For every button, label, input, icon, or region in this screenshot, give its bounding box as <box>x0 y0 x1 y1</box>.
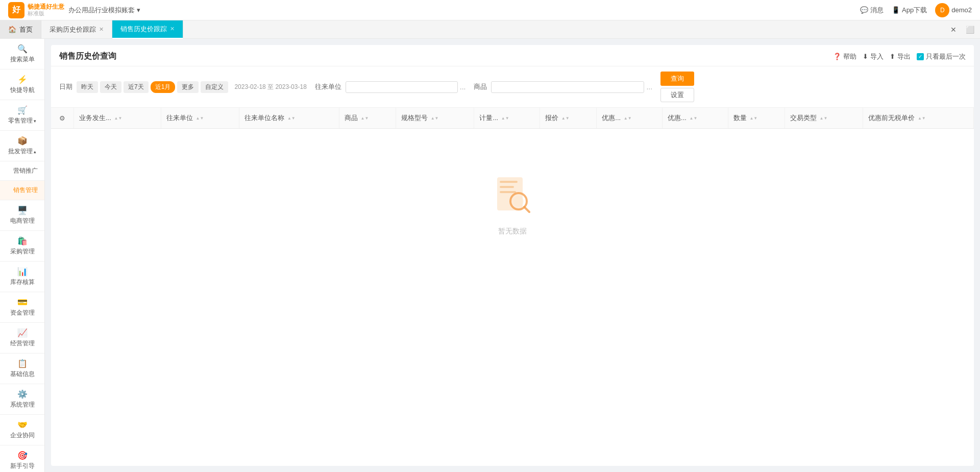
logo-area: 好 畅捷通好生意 标准版 <box>8 2 64 18</box>
message-button[interactable]: 💬 消息 <box>860 6 884 15</box>
svg-line-5 <box>524 207 529 212</box>
empty-state-text: 暂无数据 <box>498 227 527 236</box>
guide-icon: 🎯 <box>17 451 28 460</box>
window-close-button[interactable]: ✕ <box>947 23 960 36</box>
content-area: 销售历史价查询 ❓ 帮助 ⬇ 导入 ⬆ 导出 ✓ <box>45 39 980 472</box>
partner-lookup-button[interactable]: ... <box>460 83 466 91</box>
sidebar-item-marketing[interactable]: 营销推广 <box>0 161 44 181</box>
export-button[interactable]: ⬆ 导出 <box>890 52 911 61</box>
tab-purchase-history-close[interactable]: ✕ <box>99 26 104 33</box>
home-icon: 🏠 <box>8 26 16 33</box>
sidebar-item-operations[interactable]: 📈 经营管理 <box>0 323 44 353</box>
checkbox-icon: ✓ <box>917 53 924 60</box>
partner-input[interactable] <box>346 81 458 93</box>
chevron-down-icon: ▾ <box>137 6 140 14</box>
data-table: ⚙ 业务发生... ▲▼ 往来单位 ▲▼ 往来单位名称 <box>51 108 974 129</box>
sidebar-item-guide[interactable]: 🎯 新手引导 <box>0 445 44 472</box>
sidebar-item-retail[interactable]: 🛒 零售管理 ▾ <box>0 100 44 131</box>
table-header-pre-discount-price: 优惠前无税单价 ▲▼ <box>863 108 974 129</box>
page-header: 销售历史价查询 ❓ 帮助 ⬇ 导入 ⬆ 导出 ✓ <box>51 45 974 66</box>
product-input-wrap: ... <box>491 81 652 93</box>
app-selector[interactable]: 办公用品行业模拟账套 ▾ <box>68 6 140 15</box>
sort-icon[interactable]: ▲▼ <box>820 116 828 121</box>
date-btn-today[interactable]: 今天 <box>100 81 121 93</box>
date-buttons: 昨天 今天 近7天 近1月 更多 自定义 <box>77 81 228 93</box>
date-btn-yesterday[interactable]: 昨天 <box>77 81 98 93</box>
sidebar-item-ecommerce[interactable]: 🖥️ 电商管理 <box>0 200 44 231</box>
table-area: ⚙ 业务发生... ▲▼ 往来单位 ▲▼ 往来单位名称 <box>51 108 974 466</box>
sidebar-item-purchase[interactable]: 🛍️ 采购管理 <box>0 231 44 262</box>
sort-icon[interactable]: ▲▼ <box>361 116 369 121</box>
table-header-quoted-price: 报价 ▲▼ <box>540 108 597 129</box>
partner-input-wrap: ... <box>346 81 466 93</box>
sort-icon[interactable]: ▲▼ <box>431 116 439 121</box>
sort-icon[interactable]: ▲▼ <box>287 116 296 121</box>
empty-state-icon <box>487 170 538 221</box>
sidebar-item-finance[interactable]: 💳 资金管理 <box>0 292 44 323</box>
sort-icon[interactable]: ▲▼ <box>196 116 204 121</box>
date-btn-more[interactable]: 更多 <box>177 81 199 93</box>
top-right: 💬 消息 📱 App下载 D demo2 <box>860 3 972 17</box>
app-download-button[interactable]: 📱 App下载 <box>892 6 927 15</box>
sidebar-item-enterprise[interactable]: 🤝 企业协同 <box>0 415 44 445</box>
help-button[interactable]: ❓ 帮助 <box>833 52 856 61</box>
sidebar-item-sales-mgmt[interactable]: 销售管理 <box>0 181 44 200</box>
sort-icon[interactable]: ▲▼ <box>624 116 632 121</box>
sidebar-item-wholesale[interactable]: 📦 批发管理 ▴ <box>0 131 44 161</box>
product-label: 商品 <box>474 82 487 91</box>
table-header-spec: 规格型号 ▲▼ <box>396 108 474 129</box>
svg-point-6 <box>513 196 524 206</box>
date-btn-7days[interactable]: 近7天 <box>124 81 149 93</box>
column-settings-button[interactable]: ⚙ <box>56 112 68 124</box>
sort-icon[interactable]: ▲▼ <box>689 116 697 121</box>
action-buttons: 查询 设置 <box>660 72 694 102</box>
ecommerce-icon: 🖥️ <box>17 205 28 215</box>
sidebar-item-inventory[interactable]: 📊 库存核算 <box>0 262 44 292</box>
table-header-unit: 计量... ▲▼ <box>474 108 540 129</box>
user-menu[interactable]: D demo2 <box>935 3 972 17</box>
table-header-trade-type: 交易类型 ▲▼ <box>785 108 863 129</box>
finance-icon: 💳 <box>17 297 28 307</box>
top-left: 好 畅捷通好生意 标准版 办公用品行业模拟账套 ▾ <box>8 2 140 18</box>
query-button[interactable]: 查询 <box>660 72 694 86</box>
tab-purchase-history[interactable]: 采购历史价跟踪 ✕ <box>41 20 112 39</box>
window-maximize-button[interactable]: ⬜ <box>964 23 976 36</box>
inventory-icon: 📊 <box>17 267 28 276</box>
svg-rect-3 <box>500 191 516 193</box>
sidebar-item-system[interactable]: ⚙️ 系统管理 <box>0 384 44 415</box>
import-button[interactable]: ⬇ 导入 <box>863 52 884 61</box>
table-header-biz-date: 业务发生... ▲▼ <box>74 108 161 129</box>
page-actions: ❓ 帮助 ⬇ 导入 ⬆ 导出 ✓ 只看最后一次 <box>833 52 966 61</box>
setting-button[interactable]: 设置 <box>660 88 694 102</box>
help-icon: ❓ <box>833 53 841 60</box>
page-title: 销售历史价查询 <box>59 51 116 62</box>
sidebar-item-search[interactable]: 🔍 搜索菜单 <box>0 39 44 69</box>
sort-icon[interactable]: ▲▼ <box>918 116 926 121</box>
table-header-product: 商品 ▲▼ <box>339 108 396 129</box>
empty-state: 暂无数据 <box>51 129 974 277</box>
avatar: D <box>935 3 949 17</box>
sort-icon[interactable]: ▲▼ <box>749 116 757 121</box>
product-lookup-button[interactable]: ... <box>646 83 652 91</box>
table-header-discount1: 优惠... ▲▼ <box>597 108 663 129</box>
product-input[interactable] <box>491 81 644 93</box>
enterprise-icon: 🤝 <box>17 420 28 430</box>
sort-icon[interactable]: ▲▼ <box>501 116 509 121</box>
table-header-discount2: 优惠... ▲▼ <box>663 108 728 129</box>
date-btn-custom[interactable]: 自定义 <box>201 81 228 93</box>
sort-icon[interactable]: ▲▼ <box>114 116 122 121</box>
tab-window-actions: ✕ ⬜ <box>947 23 980 36</box>
tab-bar: 🏠 首页 采购历史价跟踪 ✕ 销售历史价跟踪 ✕ ✕ ⬜ <box>0 20 980 39</box>
tab-home[interactable]: 🏠 首页 <box>0 20 41 39</box>
table-header: ⚙ 业务发生... ▲▼ 往来单位 ▲▼ 往来单位名称 <box>51 108 974 129</box>
date-btn-1month[interactable]: 近1月 <box>151 81 176 93</box>
tab-sales-history-close[interactable]: ✕ <box>170 26 175 32</box>
filter-row: 日期 昨天 今天 近7天 近1月 更多 自定义 2023-02-18 至 202… <box>51 66 974 108</box>
partner-filter-group: 往来单位 ... <box>315 81 466 93</box>
page-container: 销售历史价查询 ❓ 帮助 ⬇ 导入 ⬆ 导出 ✓ <box>51 45 974 466</box>
sidebar-item-shortcut[interactable]: ⚡ 快捷导航 <box>0 69 44 100</box>
last-only-checkbox[interactable]: ✓ 只看最后一次 <box>917 52 966 61</box>
tab-sales-history[interactable]: 销售历史价跟踪 ✕ <box>112 20 183 39</box>
sort-icon[interactable]: ▲▼ <box>561 116 570 121</box>
sidebar-item-basic-info[interactable]: 📋 基础信息 <box>0 353 44 384</box>
